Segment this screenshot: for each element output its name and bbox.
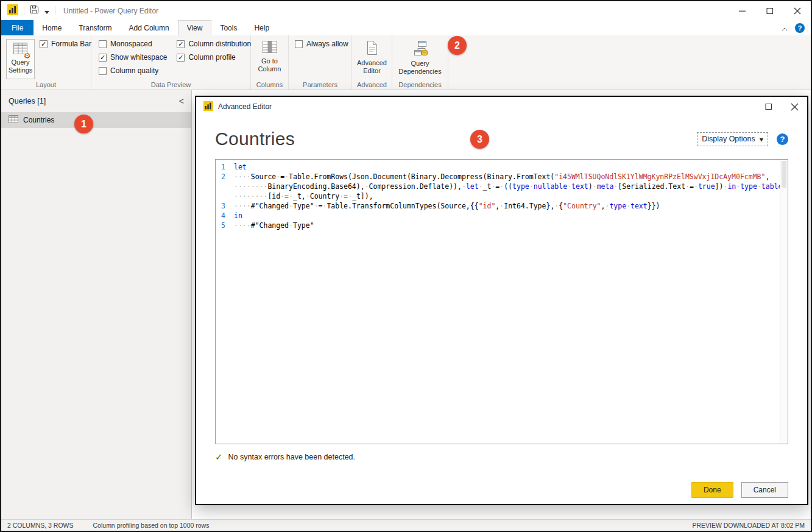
ribbon-group-dependencies: Query Dependencies Dependencies bbox=[392, 35, 448, 90]
column-quality-checkbox[interactable] bbox=[99, 67, 107, 75]
tabrow-right-controls: ? bbox=[782, 20, 811, 35]
done-button[interactable]: Done bbox=[691, 482, 733, 498]
query-item-label: Countries bbox=[23, 116, 54, 124]
query-dependencies-icon bbox=[412, 40, 428, 58]
code-row: 1let bbox=[216, 162, 779, 172]
formula-bar-checkbox-row[interactable]: ✓ Formula Bar bbox=[40, 39, 91, 49]
callout-badge-2: 2 bbox=[448, 36, 467, 55]
go-to-column-button[interactable]: Go to Column bbox=[256, 39, 283, 80]
query-settings-label: Query Settings bbox=[9, 59, 33, 74]
formula-bar-checkbox[interactable]: ✓ bbox=[40, 40, 48, 48]
syntax-ok-check-icon: ✓ bbox=[215, 452, 223, 463]
show-whitespace-checkbox-row[interactable]: ✓ Show whitespace bbox=[99, 52, 167, 62]
query-dependencies-button[interactable]: Query Dependencies bbox=[397, 39, 443, 80]
always-allow-checkbox-row[interactable]: Always allow bbox=[295, 39, 347, 49]
code-row: 4in bbox=[216, 211, 779, 221]
window-controls bbox=[729, 1, 811, 20]
tab-file[interactable]: File bbox=[1, 20, 34, 35]
power-query-editor-window: Untitled - Power Query Editor File Home … bbox=[0, 0, 812, 532]
group-label-dependencies: Dependencies bbox=[392, 81, 448, 88]
monospaced-checkbox-row[interactable]: Monospaced bbox=[99, 39, 167, 49]
always-allow-checkbox[interactable] bbox=[295, 40, 303, 48]
data-preview-col-1: Monospaced ✓ Show whitespace Column qual… bbox=[99, 39, 167, 80]
ribbon: ⚙ Query Settings ✓ Formula Bar Layout Mo… bbox=[1, 35, 811, 90]
tab-tools[interactable]: Tools bbox=[211, 20, 245, 35]
go-to-column-label: Go to Column bbox=[258, 57, 281, 73]
syntax-status-text: No syntax errors have been detected. bbox=[228, 453, 355, 461]
code-scrollbar[interactable] bbox=[780, 160, 788, 444]
status-profiling-info: Column profiling based on top 1000 rows bbox=[93, 522, 210, 529]
code-row: ········BinaryEncoding.Base64),·Compress… bbox=[216, 182, 779, 191]
show-whitespace-checkbox[interactable]: ✓ bbox=[99, 54, 107, 62]
group-label-parameters: Parameters bbox=[289, 81, 351, 88]
column-profile-checkbox-row[interactable]: ✓ Column profile bbox=[177, 52, 251, 62]
tab-view[interactable]: View bbox=[178, 20, 212, 35]
dialog-header-right: Display Options ▾ ? bbox=[697, 132, 788, 146]
maximize-button[interactable] bbox=[756, 1, 783, 20]
tab-transform[interactable]: Transform bbox=[70, 20, 120, 35]
help-icon[interactable]: ? bbox=[795, 23, 805, 33]
tab-home[interactable]: Home bbox=[34, 20, 70, 35]
monospaced-label: Monospaced bbox=[110, 40, 152, 48]
save-icon[interactable] bbox=[30, 5, 39, 16]
ribbon-group-columns: Go to Column Columns bbox=[251, 35, 289, 90]
status-bar: 2 COLUMNS, 3 ROWS Column profiling based… bbox=[1, 519, 811, 531]
collapse-ribbon-icon[interactable] bbox=[782, 23, 788, 34]
query-dependencies-label: Query Dependencies bbox=[398, 60, 441, 76]
display-options-button[interactable]: Display Options ▾ bbox=[697, 132, 768, 146]
column-distribution-checkbox[interactable]: ✓ bbox=[177, 40, 185, 48]
m-code-editor[interactable]: 1let2····Source·=·Table.FromRows(Json.Do… bbox=[215, 159, 788, 444]
titlebar: Untitled - Power Query Editor bbox=[1, 1, 811, 20]
column-profile-checkbox[interactable]: ✓ bbox=[177, 54, 185, 62]
minimize-button[interactable] bbox=[729, 1, 756, 20]
formula-bar-label: Formula Bar bbox=[51, 40, 91, 48]
query-settings-icon: ⚙ bbox=[13, 42, 29, 57]
caret-down-icon: ▾ bbox=[760, 135, 763, 144]
window-title: Untitled - Power Query Editor bbox=[63, 7, 158, 15]
close-button[interactable] bbox=[783, 1, 811, 20]
layout-checkboxes: ✓ Formula Bar bbox=[40, 39, 91, 80]
queries-header-label: Queries [1] bbox=[9, 97, 46, 105]
group-label-advanced: Advanced bbox=[352, 81, 392, 88]
advanced-editor-icon bbox=[366, 40, 378, 57]
group-label-layout: Layout bbox=[1, 81, 91, 88]
monospaced-checkbox[interactable] bbox=[99, 40, 107, 48]
column-distribution-checkbox-row[interactable]: ✓ Column distribution bbox=[177, 39, 251, 49]
dialog-powerbi-icon bbox=[203, 101, 213, 113]
tab-add-column[interactable]: Add Column bbox=[121, 20, 178, 35]
callout-badge-3: 3 bbox=[470, 130, 489, 149]
query-name-heading: Countries bbox=[215, 129, 295, 149]
column-distribution-label: Column distribution bbox=[188, 40, 251, 48]
dialog-header: Countries Display Options ▾ ? bbox=[215, 125, 788, 153]
query-list-item-countries[interactable]: Countries bbox=[1, 112, 191, 128]
code-scrollbar-thumb[interactable] bbox=[782, 161, 786, 188]
tab-help[interactable]: Help bbox=[245, 20, 278, 35]
advanced-editor-label: Advanced Editor bbox=[357, 59, 387, 75]
query-settings-button[interactable]: ⚙ Query Settings bbox=[6, 39, 35, 79]
code-row: 3····#"Changed·Type"·=·Table.TransformCo… bbox=[216, 201, 779, 211]
collapse-pane-icon[interactable]: < bbox=[179, 96, 184, 106]
powerbi-logo-icon bbox=[7, 4, 18, 18]
titlebar-divider bbox=[24, 6, 24, 15]
column-quality-checkbox-row[interactable]: Column quality bbox=[99, 66, 167, 76]
dialog-footer: Done Cancel bbox=[691, 482, 788, 498]
advanced-editor-button[interactable]: Advanced Editor bbox=[355, 39, 389, 80]
group-label-data-preview: Data Preview bbox=[91, 81, 250, 88]
dialog-maximize-button[interactable] bbox=[756, 97, 782, 116]
group-label-columns: Columns bbox=[251, 81, 288, 88]
ribbon-group-parameters: Always allow Parameters bbox=[289, 35, 352, 90]
status-columns-rows: 2 COLUMNS, 3 ROWS bbox=[7, 522, 74, 529]
code-row: ········[id·=·_t,·Country·=·_t]), bbox=[216, 191, 779, 201]
dialog-titlebar: Advanced Editor bbox=[196, 97, 807, 116]
dialog-close-button[interactable] bbox=[782, 97, 807, 116]
quick-access-caret-icon[interactable] bbox=[44, 5, 49, 16]
ribbon-group-layout: ⚙ Query Settings ✓ Formula Bar Layout bbox=[1, 35, 91, 90]
queries-pane: Queries [1] < Countries 1 bbox=[1, 90, 192, 519]
dialog-window-controls bbox=[756, 97, 807, 116]
advanced-editor-dialog: Advanced Editor Countries Display Option… bbox=[195, 96, 808, 505]
code-lines: 1let2····Source·=·Table.FromRows(Json.Do… bbox=[216, 162, 779, 230]
cancel-button[interactable]: Cancel bbox=[741, 482, 788, 498]
dialog-title: Advanced Editor bbox=[218, 102, 272, 111]
always-allow-label: Always allow bbox=[306, 40, 348, 48]
dialog-help-icon[interactable]: ? bbox=[777, 133, 788, 145]
